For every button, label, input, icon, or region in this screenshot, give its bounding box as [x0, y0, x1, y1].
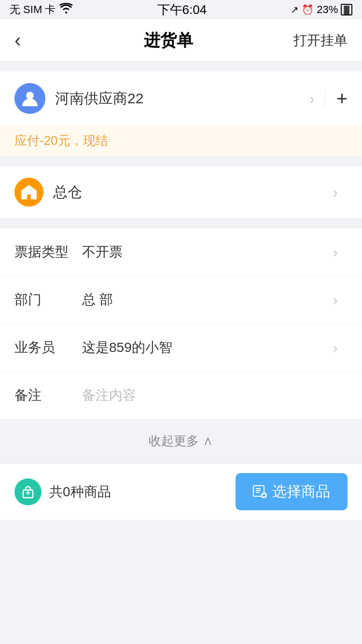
warehouse-chevron-icon: › [333, 183, 338, 201]
section-gap-2 [0, 156, 362, 166]
supplier-card: 河南供应商22 › + 应付-20元，现结 [0, 71, 362, 156]
battery-label: 23% [317, 3, 338, 16]
dept-label: 部门 [14, 291, 72, 309]
battery-icon: ▓ [341, 4, 352, 15]
supplier-row[interactable]: 河南供应商22 › + [0, 71, 362, 126]
status-bar: 无 SIM 卡 下午6:04 ↗ ⏰ 23% ▓ [0, 0, 362, 19]
collapse-label: 收起更多 ∧ [149, 433, 213, 449]
warehouse-row[interactable]: 总仓 › [0, 166, 362, 218]
page-title: 进货单 [144, 29, 193, 52]
salesperson-label: 业务员 [14, 338, 72, 357]
collapse-row[interactable]: 收起更多 ∧ [0, 419, 362, 463]
page-background [0, 520, 362, 644]
dept-chevron-icon: › [333, 291, 338, 309]
warehouse-label: 总仓 [53, 182, 333, 202]
notice-row: 应付-20元，现结 [0, 126, 362, 156]
select-product-button[interactable]: 选择商品 [236, 473, 348, 510]
back-button[interactable]: ‹ [14, 29, 43, 51]
remark-input[interactable]: 备注内容 [72, 386, 348, 405]
status-left: 无 SIM 卡 [10, 2, 73, 17]
location-icon: ↗ [291, 4, 299, 15]
section-gap-1 [0, 62, 362, 71]
supplier-chevron-icon: › [309, 90, 315, 108]
dept-value: 总 部 [72, 291, 333, 309]
supplier-divider [324, 89, 325, 108]
select-product-label: 选择商品 [272, 482, 330, 502]
svg-point-0 [26, 92, 34, 99]
wifi-icon [59, 3, 73, 16]
status-time: 下午6:04 [157, 1, 207, 18]
product-count-text: 共0种商品 [49, 483, 111, 501]
form-card: 票据类型 不开票 › 部门 总 部 › 业务员 这是859的小智 › 备注 备注… [0, 228, 362, 419]
supplier-avatar [14, 83, 45, 114]
supplier-name: 河南供应商22 [55, 89, 309, 109]
alarm-icon: ⏰ [302, 4, 314, 15]
remark-label: 备注 [14, 386, 72, 405]
warehouse-icon-wrap [14, 178, 43, 207]
salesperson-row[interactable]: 业务员 这是859的小智 › [0, 323, 362, 371]
add-supplier-button[interactable]: + [336, 88, 348, 110]
nav-bar: ‹ 进货单 打开挂单 [0, 19, 362, 62]
salesperson-value: 这是859的小智 [72, 338, 333, 357]
invoice-row[interactable]: 票据类型 不开票 › [0, 228, 362, 276]
invoice-label: 票据类型 [14, 243, 72, 261]
open-pending-button[interactable]: 打开挂单 [293, 31, 348, 50]
dept-row[interactable]: 部门 总 部 › [0, 276, 362, 323]
cart-icon-wrap [14, 478, 42, 505]
section-gap-3 [0, 218, 362, 228]
bottom-bar: 共0种商品 选择商品 [0, 463, 362, 520]
sim-label: 无 SIM 卡 [10, 2, 56, 17]
salesperson-chevron-icon: › [333, 339, 338, 357]
product-count-wrap: 共0种商品 [14, 478, 111, 505]
invoice-chevron-icon: › [333, 243, 338, 261]
remark-row[interactable]: 备注 备注内容 [0, 371, 362, 419]
invoice-value: 不开票 [72, 243, 333, 261]
warehouse-card: 总仓 › [0, 166, 362, 218]
notice-text: 应付-20元，现结 [14, 133, 108, 148]
status-right: ↗ ⏰ 23% ▓ [291, 3, 352, 16]
